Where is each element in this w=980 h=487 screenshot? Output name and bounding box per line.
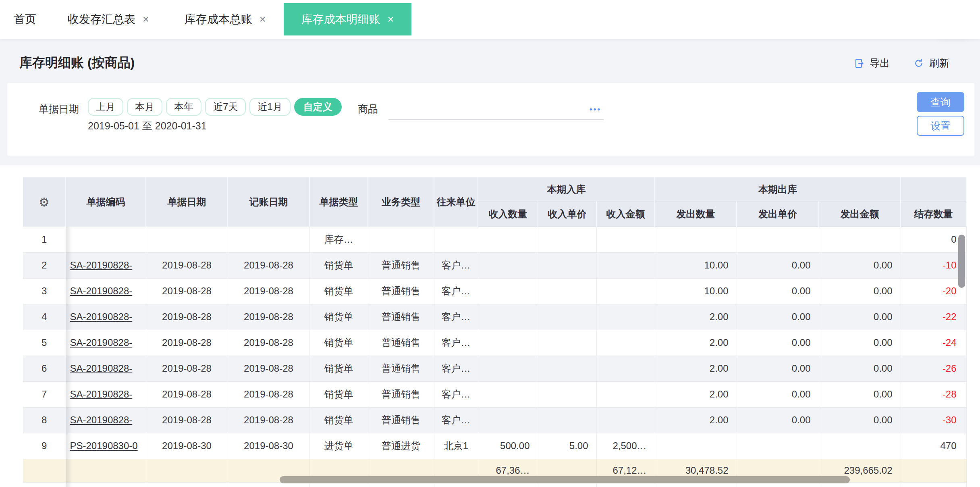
row-index: 9	[23, 433, 66, 459]
balance-cell: -30	[901, 407, 966, 433]
out-amt-cell: 0.00	[819, 252, 901, 278]
in-price-cell	[538, 356, 596, 381]
in-amt-cell	[596, 278, 655, 304]
doc-code-link[interactable]: SA-20190828-	[70, 260, 133, 271]
col-header-out-price: 发出单价	[737, 202, 819, 227]
out-price-cell: 0.00	[737, 356, 819, 381]
out-price-cell	[737, 433, 819, 459]
biz-type-cell: 普通销售	[368, 407, 434, 433]
gear-icon[interactable]: ⚙	[39, 196, 50, 209]
doc-code-link[interactable]: SA-20190828-	[70, 311, 133, 322]
in-qty-cell	[478, 227, 538, 252]
biz-type-cell: 普通销售	[368, 330, 434, 356]
refresh-icon	[913, 58, 924, 69]
biz-type-cell: 普通销售	[368, 304, 434, 330]
col-header-partner: 往来单位	[434, 177, 478, 227]
export-button[interactable]: 导出	[853, 56, 890, 70]
row-index: 4	[23, 304, 66, 330]
tab-shoufacun-summary[interactable]: 收发存汇总表 ×	[50, 3, 167, 35]
doc-date-cell: 2019-08-28	[146, 356, 228, 381]
out-amt-cell	[819, 433, 901, 459]
export-label: 导出	[870, 56, 890, 70]
doc-date-cell: 2019-08-28	[146, 407, 228, 433]
preset-custom[interactable]: 自定义	[294, 98, 342, 116]
partner-cell: 客户…	[434, 330, 478, 356]
out-amt-cell	[819, 227, 901, 252]
query-button[interactable]: 查询	[917, 92, 964, 112]
product-input[interactable]: •••	[388, 99, 604, 120]
tab-label: 收发存汇总表	[68, 12, 135, 27]
doc-code-cell: SA-20190828-	[66, 356, 146, 381]
out-qty-cell: 10.00	[655, 278, 737, 304]
in-qty-cell: 500.00	[478, 433, 538, 459]
balance-cell: -22	[901, 304, 966, 330]
doc-code-link[interactable]: SA-20190828-	[70, 363, 133, 374]
col-header-date: 单据日期	[146, 177, 228, 227]
out-amt-cell: 0.00	[819, 407, 901, 433]
settings-button[interactable]: 设置	[917, 116, 964, 136]
ledger-table-panel: ⚙ 单据编码 单据日期 记账日期 单据类型 业务类型 往来单位 本期入库 本期出…	[0, 165, 980, 487]
col-header-in-price: 收入单价	[538, 202, 596, 227]
row-index: 1	[23, 227, 66, 252]
partner-cell: 客户…	[434, 381, 478, 407]
tab-bar: 首页 收发存汇总表 × 库存成本总账 × 库存成本明细账 ×	[0, 0, 980, 39]
out-price-cell: 0.00	[737, 252, 819, 278]
doc-date-cell: 2019-08-30	[146, 433, 228, 459]
partner-cell: 北京1	[434, 433, 478, 459]
header-actions: 导出 刷新	[853, 56, 949, 70]
book-date-cell: 2019-08-28	[228, 356, 309, 381]
out-price-cell: 0.00	[737, 304, 819, 330]
date-range-value[interactable]: 2019-05-01 至 2020-01-31	[88, 119, 207, 133]
doc-code-link[interactable]: SA-20190828-	[70, 285, 133, 296]
preset-this-month[interactable]: 本月	[127, 98, 162, 116]
doc-code-cell: SA-20190828-	[66, 407, 146, 433]
in-price-cell	[538, 227, 596, 252]
group-header-inbound: 本期入库	[478, 177, 655, 202]
doc-date-cell: 2019-08-28	[146, 381, 228, 407]
doc-type-cell: 进货单	[309, 433, 368, 459]
partner-cell: 客户…	[434, 407, 478, 433]
tab-close-icon[interactable]: ×	[260, 14, 266, 25]
partner-cell: 客户…	[434, 304, 478, 330]
table-row: 3 SA-20190828- 2019-08-28 2019-08-28 销货单…	[23, 278, 966, 304]
refresh-button[interactable]: 刷新	[913, 56, 949, 70]
out-qty-cell: 2.00	[655, 381, 737, 407]
out-amt-cell: 0.00	[819, 381, 901, 407]
book-date-cell: 2019-08-28	[228, 330, 309, 356]
tab-inventory-cost-detail[interactable]: 库存成本明细账 ×	[284, 3, 412, 35]
tab-close-icon[interactable]: ×	[143, 14, 149, 25]
in-price-cell	[538, 407, 596, 433]
row-index: 7	[23, 381, 66, 407]
more-options-icon[interactable]: •••	[590, 105, 601, 114]
preset-last-month[interactable]: 上月	[88, 98, 123, 116]
in-qty-cell	[478, 304, 538, 330]
col-header-biz-type: 业务类型	[368, 177, 434, 227]
doc-code-link[interactable]: PS-20190830-0	[70, 440, 138, 451]
tab-home[interactable]: 首页	[0, 3, 50, 35]
in-amt-cell	[596, 381, 655, 407]
doc-code-link[interactable]: SA-20190828-	[70, 337, 133, 348]
doc-code-link[interactable]: SA-20190828-	[70, 389, 133, 400]
tab-close-icon[interactable]: ×	[388, 14, 394, 25]
doc-code-link[interactable]: SA-20190828-	[70, 414, 133, 425]
vertical-scrollbar[interactable]	[958, 235, 965, 288]
total-index-cell	[23, 459, 66, 482]
book-date-cell: 2019-08-28	[228, 381, 309, 407]
doc-code-cell: PS-20190830-0	[66, 433, 146, 459]
tab-label: 库存成本总账	[185, 12, 252, 27]
out-price-cell: 0.00	[737, 407, 819, 433]
row-index: 3	[23, 278, 66, 304]
out-amt-cell: 0.00	[819, 304, 901, 330]
preset-this-year[interactable]: 本年	[166, 98, 201, 116]
out-amt-cell: 0.00	[819, 330, 901, 356]
col-header-out-qty: 发出数量	[655, 202, 737, 227]
horizontal-scrollbar[interactable]	[280, 476, 850, 483]
out-price-cell	[737, 227, 819, 252]
tab-label: 库存成本明细账	[301, 12, 380, 27]
tab-inventory-cost-ledger[interactable]: 库存成本总账 ×	[167, 3, 284, 35]
preset-last-7-days[interactable]: 近7天	[205, 98, 246, 116]
doc-code-cell: SA-20190828-	[66, 330, 146, 356]
book-date-cell: 2019-08-28	[228, 304, 309, 330]
preset-last-1-month[interactable]: 近1月	[249, 98, 290, 116]
out-price-cell: 0.00	[737, 381, 819, 407]
